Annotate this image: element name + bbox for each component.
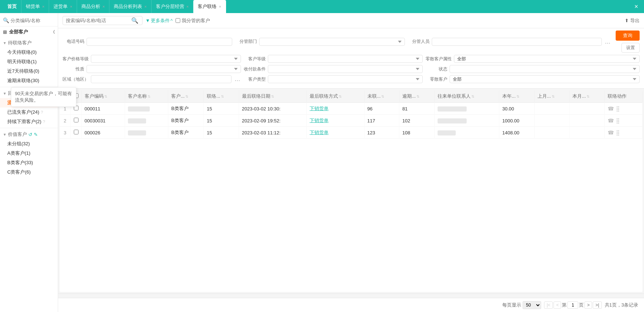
sidebar-item-today[interactable]: 今天待联络(0) [0,48,58,57]
th-name-sort[interactable]: ⇅ [148,94,150,98]
filter-arrow-icon: ^ [170,18,173,23]
setting-button[interactable]: 设置 [621,43,640,53]
tab-analysis-close[interactable]: × [102,4,105,9]
cell-checkbox-2[interactable] [71,127,81,139]
tab-home[interactable]: 首页 [3,0,21,13]
tab-sales[interactable]: 销货单 × [21,0,49,13]
action-phone-1[interactable]: ☎ [608,118,614,123]
first-page-button[interactable]: |< [544,301,553,309]
sidebar-item-declining[interactable]: 持续下滑客户(2) ? [0,117,58,126]
sidebar-item-class-c-label: C类客户(6) [7,169,31,175]
sidebar-item-class-b[interactable]: B类客户(33) [0,158,58,167]
search-input[interactable] [66,18,130,23]
tab-analysis-list[interactable]: 商品分析列表 × [109,0,151,13]
page-number-input[interactable] [567,301,578,309]
cell-action-2: ☎ ⣿ [604,127,642,139]
edit-icon[interactable]: ✎ [34,132,38,137]
cell-this-year-1: 1000.00 [499,115,534,127]
th-unlinked-sort[interactable]: ⇅ [381,94,384,98]
th-last-method: 最后联络方式⇅ [306,90,364,103]
row-checkbox-1[interactable] [74,118,79,122]
filter-price-level-select[interactable] [91,55,241,63]
filter-region-ellipsis[interactable]: … [234,76,241,82]
sidebar-item-class-c[interactable]: C类客户(6) [0,167,58,177]
filter-more-button[interactable]: ▼ 更多条件 ^ [145,17,173,24]
link-last-method-1[interactable]: 下销货单 [310,118,329,123]
export-button[interactable]: ⬆ 导出 [625,17,640,24]
customer-table: ⚙ 客户编码⇅ 客户名称⇅ 客户...⇅ 联络...⇅ 最后联络日期⇅ 最后联络… [60,90,643,139]
row-checkbox-2[interactable] [74,130,79,134]
sidebar-item-ungrouped[interactable]: 未分组(32) [0,139,58,149]
my-customer-checkbox[interactable] [176,18,180,23]
filter-phone-input[interactable] [86,38,232,46]
sidebar-item-churned[interactable]: 已流失客户(24) ? [0,108,58,117]
cell-last-method-0[interactable]: 下销货单 [306,103,364,115]
th-contact-person-sort[interactable]: ⇅ [471,94,474,98]
window-close-button[interactable]: × [631,3,641,11]
tab-purchase[interactable]: 进货单 × [49,0,77,13]
cell-last-method-1[interactable]: 下销货单 [306,115,364,127]
sidebar-group-pending-title[interactable]: ▼ 待联络客户 [0,38,58,48]
th-last-method-sort[interactable]: ⇅ [339,94,342,98]
sidebar-group-value-title[interactable]: ▼ 价值客户 ↺ ✎ [0,130,58,139]
sidebar-item-class-a[interactable]: A类客户(1) [0,149,58,158]
tab-sales-close[interactable]: × [42,4,44,9]
filter-person-ellipsis[interactable]: … [604,39,611,45]
filter-person-input[interactable] [432,38,602,46]
sidebar-item-7days[interactable]: 近7天待联络(0) [0,66,58,76]
filter-customer-type-select[interactable] [268,75,422,83]
th-type-sort[interactable]: ⇅ [185,94,188,98]
my-customer-label[interactable]: 我分管的客户 [176,17,210,24]
action-phone-0[interactable]: ☎ [608,106,614,112]
link-last-method-0[interactable]: 下销货单 [310,106,329,111]
next-page-button[interactable]: > [584,301,592,309]
action-more-0[interactable]: ⣿ [616,106,620,112]
page-size-select[interactable]: 50100200 [523,301,541,309]
tab-purchase-close[interactable]: × [70,4,72,9]
th-last-month-sort[interactable]: ⇅ [552,94,555,98]
tab-customer-contact-close[interactable]: × [219,4,221,9]
prev-page-button[interactable]: < [554,301,561,309]
action-more-1[interactable]: ⣿ [616,118,620,123]
churned-question-icon[interactable]: ? [41,110,43,114]
th-code-sort[interactable]: ⇅ [104,94,107,98]
cell-checkbox-1[interactable] [71,115,81,127]
filter-zero-attr-select[interactable]: 全部 [454,55,640,63]
filter-payment-select[interactable] [268,65,422,73]
sidebar-item-tomorrow[interactable]: 明天待联络(1) [0,57,58,66]
filter-nature-select[interactable] [86,65,241,73]
filter-customer-level-select[interactable] [268,55,422,63]
cell-last-method-2[interactable]: 下销货单 [306,127,364,139]
sidebar-item-overdue[interactable]: 逾期未联络(30) [0,76,58,85]
link-last-method-2[interactable]: 下销货单 [310,130,329,135]
search-button[interactable]: 🔍 [130,17,139,24]
action-phone-2[interactable]: ☎ [608,130,614,135]
last-page-button[interactable]: >| [593,301,601,309]
cell-last-month-2 [534,127,569,139]
filter-dept-select[interactable] [259,38,405,46]
th-this-year-sort[interactable]: ⇅ [516,94,519,98]
th-unlinked: 未联...⇅ [364,90,399,103]
th-overdue-sort[interactable]: ⇅ [416,94,419,98]
refresh-icon[interactable]: ↺ [28,132,32,137]
query-button[interactable]: 查询 [616,31,640,41]
collapse-icon[interactable]: 《 [51,29,55,35]
sidebar-item-class-b-label: B类客户(33) [7,159,33,166]
tab-analysis[interactable]: 商品分析 × [77,0,109,13]
sidebar-search-input[interactable] [11,18,55,23]
tab-customer-contact[interactable]: 客户联络 × [193,0,226,13]
filter-status-select[interactable] [450,65,640,73]
th-contact-count-sort[interactable]: ⇅ [221,94,224,98]
cell-this-month-0 [569,103,605,115]
tab-customer-tier[interactable]: 客户分层经营 × [152,0,193,13]
tab-analysis-list-close[interactable]: × [144,4,146,9]
th-last-date-sort[interactable]: ⇅ [271,94,274,98]
tab-customer-tier-close[interactable]: × [186,4,189,9]
filter-zero-customer-select[interactable]: 全部 [450,75,640,83]
sidebar-all-customers[interactable]: ⊞ 全部客户 《 [0,27,58,37]
action-more-2[interactable]: ⣿ [616,130,620,135]
th-this-month-sort[interactable]: ⇅ [587,94,589,98]
h-scrollbar[interactable] [58,293,644,298]
filter-region-input[interactable] [91,75,232,83]
declining-question-icon[interactable]: ? [43,119,45,124]
